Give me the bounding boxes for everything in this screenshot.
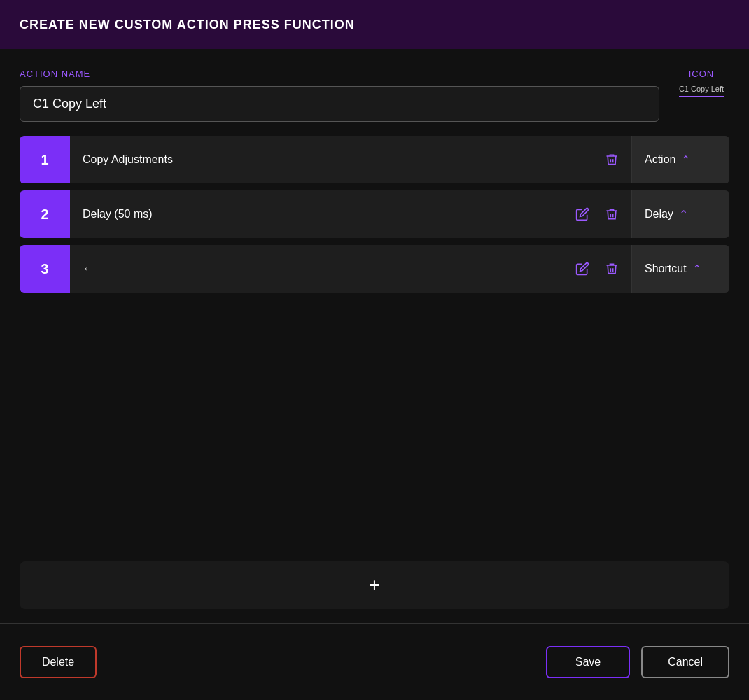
chevron-up-icon-1[interactable]: ⌃ bbox=[681, 153, 690, 167]
step-type-label-2: Delay bbox=[645, 208, 673, 220]
step-content-3: ← bbox=[70, 262, 563, 275]
step-actions-2 bbox=[563, 204, 631, 224]
edit-icon bbox=[575, 262, 589, 276]
footer: Delete Save Cancel bbox=[0, 623, 749, 700]
edit-icon bbox=[575, 207, 589, 221]
step-actions-3 bbox=[563, 259, 631, 279]
trash-icon bbox=[605, 153, 619, 167]
step-type-label-3: Shortcut bbox=[645, 262, 687, 275]
step-type-label-1: Action bbox=[645, 153, 676, 166]
step-number-3: 3 bbox=[20, 245, 70, 293]
edit-button-2[interactable] bbox=[573, 204, 592, 224]
table-row: 1 Copy Adjustments Action ⌃ bbox=[20, 136, 729, 183]
add-icon: + bbox=[369, 574, 380, 596]
icon-label: ICON bbox=[689, 69, 715, 79]
icon-text: C1 Copy Left bbox=[679, 85, 724, 93]
step-number-1: 1 bbox=[20, 136, 70, 183]
step-type-section-1: Action ⌃ bbox=[631, 136, 729, 183]
footer-right: Save Cancel bbox=[546, 646, 729, 678]
delete-button-2[interactable] bbox=[602, 204, 622, 224]
step-actions-1 bbox=[592, 150, 631, 169]
action-name-label: ACTION NAME bbox=[20, 69, 659, 79]
chevron-up-icon-2[interactable]: ⌃ bbox=[679, 208, 688, 221]
action-name-input[interactable] bbox=[20, 86, 659, 122]
delete-button[interactable]: Delete bbox=[20, 646, 97, 678]
chevron-up-icon-3[interactable]: ⌃ bbox=[692, 262, 701, 276]
icon-box: C1 Copy Left bbox=[679, 85, 724, 97]
icon-section: ICON C1 Copy Left bbox=[673, 69, 729, 97]
title-text: CREATE NEW CUSTOM ACTION PRESS FUNCTION bbox=[20, 18, 355, 32]
delete-button-1[interactable] bbox=[602, 150, 622, 169]
table-row: 2 Delay (50 ms) bbox=[20, 190, 729, 238]
step-content-1: Copy Adjustments bbox=[70, 153, 592, 166]
edit-button-3[interactable] bbox=[573, 259, 592, 279]
title-bar: CREATE NEW CUSTOM ACTION PRESS FUNCTION bbox=[0, 0, 749, 49]
step-number-2: 2 bbox=[20, 190, 70, 238]
trash-icon bbox=[605, 207, 619, 221]
trash-icon bbox=[605, 262, 619, 276]
step-type-section-2: Delay ⌃ bbox=[631, 190, 729, 238]
steps-list: 1 Copy Adjustments Action ⌃ bbox=[20, 136, 729, 293]
step-type-section-3: Shortcut ⌃ bbox=[631, 245, 729, 293]
main-content: ACTION NAME ICON C1 Copy Left 1 Copy Adj… bbox=[0, 49, 749, 623]
action-name-section: ACTION NAME bbox=[20, 69, 659, 122]
add-button[interactable]: + bbox=[20, 561, 729, 609]
save-button[interactable]: Save bbox=[546, 646, 630, 678]
cancel-button[interactable]: Cancel bbox=[641, 646, 729, 678]
delete-button-3[interactable] bbox=[602, 259, 622, 279]
step-content-2: Delay (50 ms) bbox=[70, 208, 563, 220]
table-row: 3 ← bbox=[20, 245, 729, 293]
